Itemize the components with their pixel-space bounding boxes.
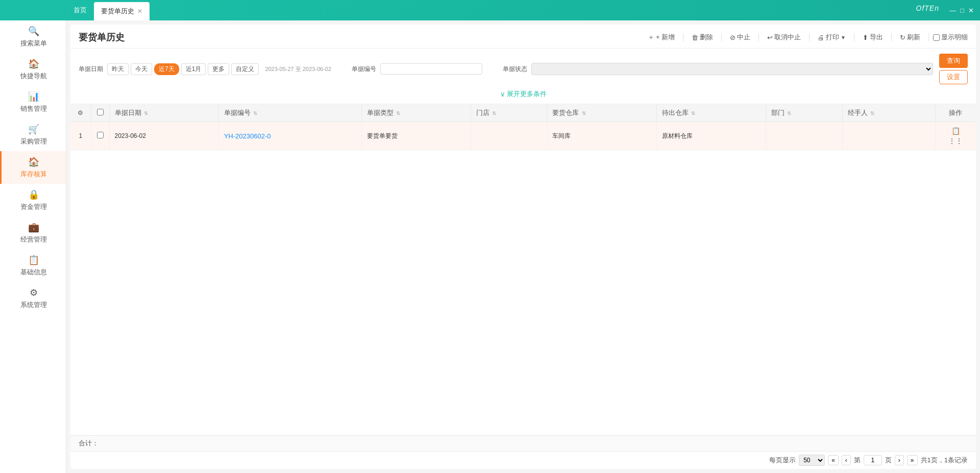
- row-more-button[interactable]: ⋮⋮: [946, 136, 965, 146]
- bill-no-link[interactable]: YH-20230602-0: [224, 132, 271, 140]
- query-button[interactable]: 查询: [939, 54, 968, 68]
- sales-icon: 📊: [28, 91, 39, 102]
- display-detail-label[interactable]: 显示明细: [933, 33, 968, 42]
- pagination-bar: 每页显示 20 50 100 « ‹ 第 1 页 › » 共1页，1条记录: [70, 451, 976, 469]
- date-btn-1month[interactable]: 近1月: [181, 63, 206, 75]
- sidebar-item-label: 销售管理: [20, 104, 47, 113]
- stop-button[interactable]: ⊘ 中止: [726, 31, 754, 44]
- toolbar: ＋ + 新增 🗑 删除 ⊘ 中止 ↩ 取消中止: [644, 31, 968, 44]
- date-btn-yesterday[interactable]: 昨天: [107, 63, 129, 75]
- row-edit-button[interactable]: 📋: [949, 126, 962, 136]
- page-label: 第: [854, 456, 861, 465]
- purchase-icon: 🛒: [28, 124, 39, 135]
- row-handler: [842, 122, 935, 150]
- row-checkbox[interactable]: [97, 132, 104, 138]
- tab-home[interactable]: 首页: [66, 0, 94, 20]
- sidebar-item-sales-mgmt[interactable]: 📊 销售管理: [0, 86, 66, 119]
- sidebar-item-label: 基础信息: [20, 268, 47, 277]
- sys-mgmt-icon: ⚙: [30, 287, 38, 298]
- date-range-text: 2023-05-27 至 2023-06-02: [265, 65, 331, 73]
- print-button[interactable]: 🖨 打印 ▼: [814, 31, 850, 44]
- close-window-icon[interactable]: ✕: [968, 7, 974, 14]
- delete-button[interactable]: 🗑 删除: [688, 31, 717, 44]
- tab-requisition-history[interactable]: 要货单历史 ✕: [94, 2, 150, 20]
- th-store[interactable]: 门店 ⇅: [471, 104, 547, 122]
- date-btn-more[interactable]: 更多: [208, 63, 229, 75]
- date-btn-7days[interactable]: 近7天: [154, 63, 179, 75]
- sidebar-item-quick-nav[interactable]: 🏠 快捷导航: [0, 53, 66, 86]
- th-pending-warehouse[interactable]: 待出仓库 ⇅: [656, 104, 766, 122]
- per-page-select[interactable]: 20 50 100: [799, 455, 825, 466]
- th-req-warehouse[interactable]: 要货仓库 ⇅: [547, 104, 656, 122]
- th-bill-type[interactable]: 单据类型 ⇅: [361, 104, 471, 122]
- close-tab-icon[interactable]: ✕: [137, 8, 142, 15]
- restore-icon[interactable]: □: [960, 7, 964, 14]
- setting-button[interactable]: 设置: [939, 70, 968, 84]
- sort-icon: ⇅: [582, 110, 586, 116]
- th-date[interactable]: 单据日期 ⇅: [109, 104, 218, 122]
- export-button[interactable]: ⬆ 导出: [859, 31, 887, 44]
- quick-nav-icon: 🏠: [28, 58, 39, 69]
- filter-row: 单据日期 昨天 今天 近7天 近1月 更多 自定义 2023-05-27 至 2…: [79, 54, 968, 84]
- row-dept: [766, 122, 842, 150]
- sort-icon: ⇅: [787, 110, 791, 116]
- sidebar-item-search-menu[interactable]: 🔍 搜索菜单: [0, 20, 66, 53]
- expand-icon: ∨: [500, 90, 505, 98]
- divider: [809, 33, 810, 41]
- sidebar-item-inventory[interactable]: 🏠 库存核算: [0, 151, 66, 184]
- sidebar-item-basic-info[interactable]: 📋 基础信息: [0, 249, 66, 282]
- summary-label: 合计：: [79, 439, 99, 447]
- sidebar-item-purchase-mgmt[interactable]: 🛒 采购管理: [0, 119, 66, 151]
- th-handler[interactable]: 经手人 ⇅: [842, 104, 935, 122]
- sidebar-item-ops-mgmt[interactable]: 💼 经营管理: [0, 217, 66, 249]
- sidebar-item-label: 快捷导航: [20, 72, 47, 81]
- sidebar-item-finance-mgmt[interactable]: 🔒 资金管理: [0, 184, 66, 217]
- status-select[interactable]: [531, 63, 933, 75]
- next-page-button[interactable]: ›: [895, 455, 904, 465]
- sort-icon: ⇅: [144, 110, 148, 116]
- date-btn-custom[interactable]: 自定义: [231, 63, 259, 75]
- expand-label: 展开更多条件: [507, 89, 547, 99]
- content-area: 要货单历史 ＋ + 新增 🗑 删除 ⊘ 中止 ↩: [70, 25, 976, 469]
- inventory-icon: 🏠: [28, 156, 39, 168]
- expand-more-button[interactable]: ∨ 展开更多条件: [500, 89, 547, 99]
- minimize-icon[interactable]: —: [949, 7, 956, 14]
- bill-no-label: 单据编号: [352, 65, 376, 74]
- row-bill-no: YH-20230602-0: [218, 122, 361, 150]
- divider: [721, 33, 722, 41]
- th-bill-no[interactable]: 单据编号 ⇅: [218, 104, 361, 122]
- sidebar-item-label: 资金管理: [20, 202, 47, 211]
- th-check: [91, 104, 109, 122]
- first-page-button[interactable]: «: [828, 455, 839, 465]
- sidebar-item-sys-mgmt[interactable]: ⚙ 系统管理: [0, 282, 66, 315]
- page-input[interactable]: 1: [864, 455, 882, 465]
- row-req-warehouse: 车间库: [547, 122, 656, 150]
- select-all-checkbox[interactable]: [97, 109, 104, 115]
- row-ops: 📋 ⋮⋮: [935, 122, 976, 150]
- prev-page-button[interactable]: ‹: [842, 455, 851, 465]
- date-btn-today[interactable]: 今天: [131, 63, 152, 75]
- th-settings[interactable]: ⚙: [70, 104, 91, 122]
- display-detail-checkbox[interactable]: [933, 34, 940, 41]
- refresh-button[interactable]: ↻ 刷新: [896, 31, 924, 44]
- refresh-icon: ↻: [900, 34, 905, 41]
- table-row: 1 2023-06-02 YH-20230602-0 要货单要货 车间库 原材料…: [70, 122, 976, 150]
- table-body: 1 2023-06-02 YH-20230602-0 要货单要货 车间库 原材料…: [70, 122, 976, 150]
- row-store: [471, 122, 547, 150]
- sidebar-item-label: 系统管理: [20, 300, 47, 310]
- top-bar: 首页 要货单历史 ✕ OfTEn — □ ✕: [0, 0, 980, 20]
- th-dept[interactable]: 部门 ⇅: [766, 104, 842, 122]
- divider: [854, 33, 854, 41]
- bill-no-input[interactable]: [380, 63, 482, 75]
- sidebar-item-label: 搜索菜单: [20, 39, 47, 48]
- status-filter: 单据状态: [503, 63, 933, 75]
- sidebar-item-label: 采购管理: [20, 137, 47, 146]
- sidebar: 🔍 搜索菜单 🏠 快捷导航 📊 销售管理 🛒 采购管理 🏠 库存核算 🔒 资金管…: [0, 20, 66, 473]
- table-wrapper: ⚙ 单据日期 ⇅ 单据编号 ⇅ 单据类型: [70, 104, 976, 435]
- add-button[interactable]: ＋ + 新增: [644, 31, 679, 44]
- cancel-stop-button[interactable]: ↩ 取消中止: [763, 31, 805, 44]
- main-layout: 🔍 搜索菜单 🏠 快捷导航 📊 销售管理 🛒 采购管理 🏠 库存核算 🔒 资金管…: [0, 20, 980, 473]
- ops-icon: 💼: [28, 222, 39, 233]
- last-page-button[interactable]: »: [907, 455, 918, 465]
- basic-info-icon: 📋: [28, 254, 39, 266]
